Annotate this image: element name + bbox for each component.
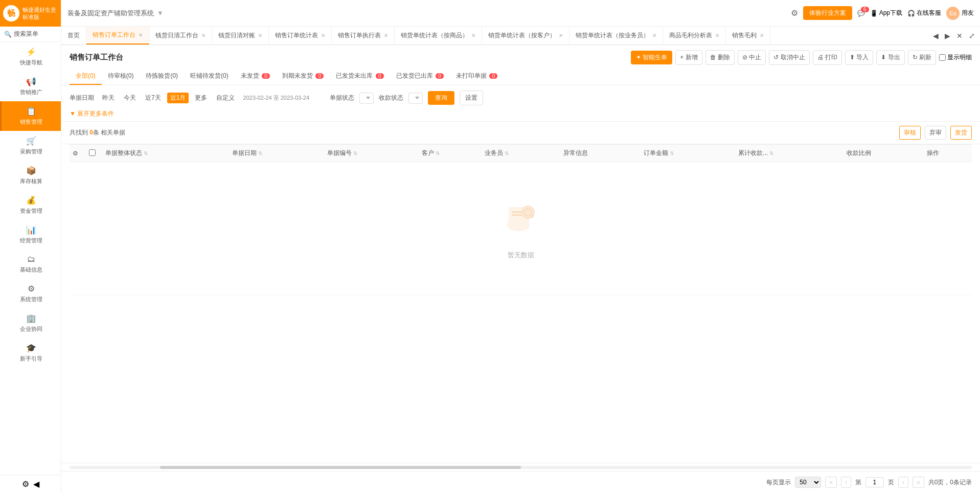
sort-received[interactable]: ⇅	[769, 150, 773, 156]
date-opt-more[interactable]: 更多	[192, 93, 210, 103]
add-btn[interactable]: + 新增	[675, 50, 702, 65]
next-page-btn[interactable]: ›	[898, 477, 908, 488]
payment-filter-select[interactable]	[408, 93, 423, 104]
tab-nav: ◀ ▶ ✕ ⤢	[928, 31, 980, 41]
sidebar-item-marketing[interactable]: 📢 营销推广	[0, 72, 61, 101]
tab-home[interactable]: 首页	[61, 27, 86, 44]
sidebar-item-operations[interactable]: 📊 经营管理	[0, 220, 61, 250]
tab-close-cash-daily[interactable]: ✕	[201, 33, 206, 38]
subtab-all[interactable]: 全部(0)	[70, 68, 102, 85]
page-number-input[interactable]	[865, 477, 884, 487]
first-page-btn[interactable]: «	[825, 477, 837, 488]
industry-btn[interactable]: 体验行业方案	[803, 6, 852, 20]
cancel-stop-btn[interactable]: ↺ 取消中止	[769, 50, 809, 65]
tab-close-sales-stat[interactable]: ✕	[321, 33, 325, 38]
sort-status[interactable]: ⇅	[144, 150, 148, 156]
tab-next[interactable]: ▶	[943, 31, 952, 41]
date-opt-1month[interactable]: 近1月	[167, 93, 189, 103]
sidebar-item-sales[interactable]: 📋 销售管理	[0, 101, 61, 131]
tab-cash-reconcile[interactable]: 钱货日清对账 ✕	[212, 27, 269, 44]
subtab-unprinted[interactable]: 未打印单据 0	[450, 68, 504, 85]
subtab-pending-review[interactable]: 待审核(0)	[102, 68, 140, 85]
sidebar-item-basic[interactable]: 🗂 基础信息	[0, 250, 61, 279]
tab-close-sales-profit[interactable]: ✕	[760, 33, 764, 38]
tab-close-sales-exec[interactable]: ✕	[384, 33, 388, 38]
tab-sales-report-staff[interactable]: 销货单统计表（按业务员） ✕	[569, 27, 663, 44]
prev-page-btn[interactable]: ‹	[841, 477, 851, 488]
refresh-btn[interactable]: ↻ 刷新	[908, 50, 936, 65]
query-btn[interactable]: 查询	[428, 91, 454, 105]
sidebar-item-system[interactable]: ⚙ 系统管理	[0, 279, 61, 308]
show-detail-checkbox[interactable]	[939, 54, 946, 61]
sort-staff[interactable]: ⇅	[505, 150, 509, 156]
tab-close-report-staff[interactable]: ✕	[652, 33, 656, 38]
tab-cash-daily[interactable]: 钱货日清工作台 ✕	[149, 27, 212, 44]
select-all-checkbox[interactable]	[89, 149, 96, 156]
tab-sales-workbench[interactable]: 销售订单工作台 ✕	[86, 27, 149, 44]
tab-sales-report-product[interactable]: 销货单统计表（按商品） ✕	[395, 27, 482, 44]
topbar-dropdown-icon[interactable]: ▼	[157, 9, 164, 17]
last-page-btn[interactable]: »	[913, 477, 924, 488]
sidebar-item-purchase[interactable]: 🛒 采购管理	[0, 131, 61, 161]
page-size-select[interactable]: 10 20 50 100	[795, 477, 821, 488]
print-btn[interactable]: 🖨 打印	[813, 50, 842, 65]
sort-amount[interactable]: ⇅	[670, 150, 674, 156]
date-opt-custom[interactable]: 自定义	[213, 93, 238, 103]
sidebar-search[interactable]: 🔍 搜索菜单	[0, 27, 61, 42]
scroll-thumb[interactable]	[160, 466, 521, 469]
status-filter-select[interactable]	[359, 93, 374, 104]
show-detail-label[interactable]: 显示明细	[939, 53, 972, 62]
tab-close-report-product[interactable]: ✕	[471, 33, 475, 38]
sidebar-item-finance[interactable]: 💰 资金管理	[0, 190, 61, 220]
subtab-shipped-out[interactable]: 已发货已出库 0	[390, 68, 450, 85]
date-opt-yesterday[interactable]: 昨天	[99, 93, 118, 103]
date-opt-7days[interactable]: 近7天	[142, 93, 164, 103]
tab-prev[interactable]: ◀	[931, 31, 941, 41]
app-download[interactable]: 📱 App下载	[870, 9, 902, 17]
sidebar-item-newbie[interactable]: 🎓 新手引导	[0, 338, 61, 368]
export-btn[interactable]: ⬇ 导出	[876, 50, 904, 65]
user-menu[interactable]: Ea 用友	[946, 7, 974, 20]
tab-sales-report-customer[interactable]: 销货单统计表（按客户） ✕	[482, 27, 569, 44]
tab-gross-margin[interactable]: 商品毛利分析表 ✕	[663, 27, 726, 44]
page-actions: ✦ 智能生单 + 新增 🗑 删除 ⊘ 中止 ↺ 取消中止 🖨 打印 ⬆ 导入 ⬇…	[631, 50, 972, 65]
subtab-pending-check[interactable]: 待拣验货(0)	[140, 68, 184, 85]
online-service[interactable]: 🎧 在线客服	[907, 9, 941, 17]
tab-sales-exec[interactable]: 销售订单执行表 ✕	[332, 27, 395, 44]
delete-btn[interactable]: 🗑 删除	[705, 50, 735, 65]
sort-date[interactable]: ⇅	[258, 150, 262, 156]
topbar-settings-icon[interactable]: ⚙	[791, 8, 798, 18]
tab-maximize[interactable]: ⤢	[967, 31, 977, 41]
review-btn[interactable]: 审核	[899, 126, 921, 140]
date-opt-today[interactable]: 今天	[121, 93, 139, 103]
smart-gen-btn[interactable]: ✦ 智能生单	[631, 51, 672, 64]
sort-customer[interactable]: ⇅	[436, 150, 440, 156]
settings-icon[interactable]: ⚙	[22, 479, 29, 489]
tab-close-sales-workbench[interactable]: ✕	[139, 32, 143, 38]
message-badge[interactable]: 💬 6	[857, 10, 865, 17]
import-btn[interactable]: ⬆ 导入	[845, 50, 873, 65]
subtab-shipped-not-warehoused[interactable]: 已发货未出库 0	[330, 68, 390, 85]
sidebar-item-inventory[interactable]: 📦 库存核算	[0, 161, 61, 190]
tab-sales-profit[interactable]: 销售毛利 ✕	[726, 27, 770, 44]
scroll-track[interactable]	[70, 466, 972, 469]
tab-close-all[interactable]: ✕	[954, 31, 965, 41]
subtab-unshipped[interactable]: 未发货 0	[235, 68, 276, 85]
sort-number[interactable]: ⇅	[353, 150, 357, 156]
settings-filter-btn[interactable]: 设置	[460, 91, 483, 105]
tab-sales-stat[interactable]: 销售订单统计表 ✕	[269, 27, 332, 44]
ship-btn[interactable]: 发货	[950, 126, 972, 140]
stop-btn[interactable]: ⊘ 中止	[738, 50, 766, 65]
cancel-review-btn[interactable]: 弃审	[925, 126, 946, 140]
col-check[interactable]	[86, 145, 102, 162]
subtab-overdue-unshipped[interactable]: 到期未发货 0	[276, 68, 330, 85]
collapse-icon[interactable]: ◀	[33, 479, 39, 489]
tab-close-cash-reconcile[interactable]: ✕	[258, 33, 262, 38]
col-setting[interactable]: ⚙	[70, 145, 86, 162]
sidebar-item-enterprise[interactable]: 🏢 企业协同	[0, 308, 61, 338]
expand-more-btn[interactable]: ▼ 展开更多条件	[70, 109, 114, 118]
tab-close-report-customer[interactable]: ✕	[559, 33, 563, 38]
subtab-wangpu[interactable]: 旺铺待发货(0)	[184, 68, 235, 85]
tab-close-gross-margin[interactable]: ✕	[715, 33, 719, 38]
sidebar-item-quick-nav[interactable]: ⚡ 快捷导航	[0, 42, 61, 72]
